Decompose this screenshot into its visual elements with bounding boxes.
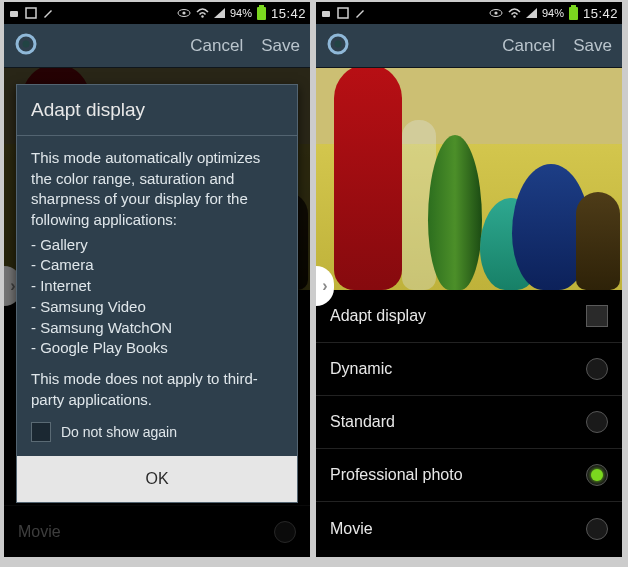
svg-rect-1 bbox=[26, 8, 36, 18]
save-button[interactable]: Save bbox=[573, 36, 612, 56]
option-professional-photo[interactable]: Professional photo bbox=[316, 449, 622, 502]
edit-pencil-icon bbox=[354, 7, 366, 19]
radio-control[interactable] bbox=[586, 518, 608, 540]
radio-control[interactable] bbox=[586, 411, 608, 433]
option-label: Professional photo bbox=[330, 466, 463, 484]
dialog-note-text: This mode does not apply to third-party … bbox=[31, 369, 283, 410]
app-list-item: Camera bbox=[31, 255, 283, 276]
status-left-icons bbox=[8, 7, 54, 19]
do-not-show-row[interactable]: Do not show again bbox=[17, 414, 297, 456]
wifi-icon bbox=[196, 8, 209, 18]
edit-pencil-icon bbox=[42, 7, 54, 19]
status-bar: 94% 15:42 bbox=[4, 2, 310, 24]
cancel-button[interactable]: Cancel bbox=[190, 36, 243, 56]
svg-point-6 bbox=[23, 41, 30, 48]
do-not-show-label: Do not show again bbox=[61, 424, 177, 440]
dialog-title: Adapt display bbox=[17, 85, 297, 136]
svg-rect-0 bbox=[10, 11, 18, 17]
battery-percent: 94% bbox=[230, 7, 252, 19]
battery-percent: 94% bbox=[542, 7, 564, 19]
phone-right: 94% 15:42 Cancel Save Adapt display Dyna… bbox=[316, 2, 622, 557]
ok-button[interactable]: OK bbox=[17, 456, 297, 502]
smart-stay-eye-icon bbox=[177, 8, 191, 18]
adapt-display-dialog: Adapt display This mode automatically op… bbox=[16, 84, 298, 503]
save-button[interactable]: Save bbox=[261, 36, 300, 56]
screenshot-indicator-icon bbox=[25, 7, 37, 19]
status-bar: 94% 15:42 bbox=[316, 2, 622, 24]
app-list-item: Internet bbox=[31, 276, 283, 297]
svg-rect-7 bbox=[322, 11, 330, 17]
app-list-item: Samsung WatchON bbox=[31, 318, 283, 339]
option-standard[interactable]: Standard bbox=[316, 396, 622, 449]
notification-generic-icon bbox=[8, 7, 20, 19]
smart-stay-eye-icon bbox=[489, 8, 503, 18]
option-movie[interactable]: Movie bbox=[316, 502, 622, 555]
option-label: Standard bbox=[330, 413, 395, 431]
app-list-item: Samsung Video bbox=[31, 297, 283, 318]
signal-icon bbox=[526, 8, 537, 18]
app-header: Cancel Save bbox=[316, 24, 622, 68]
app-list-item: Google Play Books bbox=[31, 338, 283, 359]
radio-control[interactable] bbox=[586, 358, 608, 380]
status-right-icons: 94% 15:42 bbox=[177, 6, 306, 21]
status-left-icons bbox=[320, 7, 366, 19]
option-label: Adapt display bbox=[330, 307, 426, 325]
radio-control[interactable] bbox=[586, 464, 608, 486]
status-right-icons: 94% 15:42 bbox=[489, 6, 618, 21]
option-label: Dynamic bbox=[330, 360, 392, 378]
svg-point-10 bbox=[494, 11, 497, 14]
checkbox-control[interactable] bbox=[586, 305, 608, 327]
settings-gear-icon[interactable] bbox=[326, 32, 350, 59]
battery-icon bbox=[257, 7, 266, 20]
svg-point-4 bbox=[201, 15, 203, 17]
clock: 15:42 bbox=[271, 6, 306, 21]
option-dynamic[interactable]: Dynamic bbox=[316, 343, 622, 396]
dialog-intro-text: This mode automatically optimizes the co… bbox=[31, 148, 283, 231]
battery-icon bbox=[569, 7, 578, 20]
display-mode-options: Adapt display Dynamic Standard Professio… bbox=[316, 290, 622, 557]
notification-generic-icon bbox=[320, 7, 332, 19]
display-preview-image bbox=[316, 68, 622, 290]
svg-point-11 bbox=[513, 15, 515, 17]
screenshot-indicator-icon bbox=[337, 7, 349, 19]
do-not-show-checkbox[interactable] bbox=[31, 422, 51, 442]
dialog-app-list: Gallery Camera Internet Samsung Video Sa… bbox=[31, 235, 283, 359]
svg-point-3 bbox=[182, 11, 185, 14]
option-adapt-display[interactable]: Adapt display bbox=[316, 290, 622, 343]
svg-rect-8 bbox=[338, 8, 348, 18]
wifi-icon bbox=[508, 8, 521, 18]
cancel-button[interactable]: Cancel bbox=[502, 36, 555, 56]
clock: 15:42 bbox=[583, 6, 618, 21]
option-label: Movie bbox=[330, 520, 373, 538]
svg-point-13 bbox=[335, 41, 342, 48]
app-header: Cancel Save bbox=[4, 24, 310, 68]
signal-icon bbox=[214, 8, 225, 18]
app-list-item: Gallery bbox=[31, 235, 283, 256]
settings-gear-icon[interactable] bbox=[14, 32, 38, 59]
phone-left: 94% 15:42 Cancel Save A Movie › Adapt di… bbox=[4, 2, 310, 557]
